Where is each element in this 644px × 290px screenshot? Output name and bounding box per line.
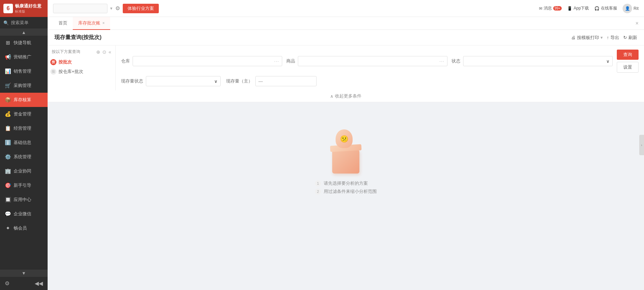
sidebar-item-label: 企业协同 [14,168,31,174]
right-collapse-handle[interactable]: › [639,135,644,155]
inventory-icon: 📦 [5,97,11,103]
add-plan-icon[interactable]: ⊕ [96,49,100,55]
print-dropdown-icon[interactable]: ▾ [600,35,603,40]
close-panel-button[interactable]: × [635,20,639,26]
status-field: 状态 ∨ [452,56,613,66]
warehouse-input[interactable]: ··· [133,56,282,66]
settings-plan-icon[interactable]: ⊙ [102,49,106,55]
status-dropdown-icon[interactable]: ∨ [606,59,610,64]
topbar-dropdown-icon[interactable]: ▾ [110,6,113,11]
sidebar-item-quick-nav[interactable]: ⊞ 快捷导航 [0,36,48,50]
sidebar-item-system[interactable]: ⚙️ 系统管理 [0,150,48,164]
topbar-settings-icon[interactable]: ⚙ [115,5,120,12]
sidebar-item-sales[interactable]: 📊 销售管理 [0,64,48,78]
collapse-plans-icon[interactable]: « [108,49,111,55]
product-dots-icon[interactable]: ··· [439,58,444,64]
settings-button[interactable]: 设置 [617,62,639,73]
tab-home[interactable]: 首页 [53,17,73,30]
online-service-label: 在线客服 [601,5,617,11]
scroll-up-button[interactable]: ▲ [0,29,48,36]
messages-group[interactable]: ✉ 消息 99+ [539,5,562,11]
app-name: 畅康通好生意 [15,3,41,9]
sidebar-item-label: 系统管理 [14,154,31,160]
app-title-block: 畅康通好生意 标准版 [15,3,41,14]
new-guide-icon: 🎯 [5,182,11,188]
app-version: 标准版 [15,9,41,14]
plan-label-by-batch: 按批次 [58,59,72,65]
system-icon: ⚙️ [5,154,11,160]
sidebar-item-label: 新手引导 [14,182,31,188]
sidebar-item-label: 营销推广 [14,54,31,60]
left-plans-header: 按以下方案查询 ⊕ ⊙ « [48,49,115,57]
tip-text-2: 用过滤条件来缩小分析范围 [324,188,377,195]
sidebar-item-marketing[interactable]: 📢 营销推广 [0,50,48,64]
purchase-icon: 🛒 [5,83,11,89]
plan-item-by-warehouse-batch[interactable]: 按 按仓库+批次 [48,67,115,76]
collapse-sidebar-icon[interactable]: ◀◀ [35,280,43,287]
collapse-more-bar[interactable]: ∧ 收起更多条件 [48,90,644,102]
operations-icon: 📋 [5,125,11,131]
sidebar-item-label: 销售管理 [14,68,31,74]
plan-item-by-batch[interactable]: 按 按批次 [48,57,115,67]
warehouse-dots-icon[interactable]: ··· [274,58,279,64]
left-plans: 按以下方案查询 ⊕ ⊙ « 按 按批次 按 按仓库+批次 [48,46,116,90]
search-menu[interactable]: 🔍 搜索菜单 [0,17,48,29]
print-icon: 🖨 [571,35,576,40]
print-button[interactable]: 🖨 按模板打印 ▾ [571,35,603,41]
tip-num-2: 2 [315,188,321,195]
experience-industry-button[interactable]: 体验行业方案 [123,4,159,13]
settings-footer-icon[interactable]: ⚙ [5,280,10,287]
sidebar-item-operations[interactable]: 📋 经营管理 [0,121,48,135]
scroll-down-button[interactable]: ▼ [0,270,48,276]
tab-close-icon[interactable]: × [102,21,105,25]
tab-inventory-batch[interactable]: 库存批次账 × [73,17,110,30]
user-profile-group[interactable]: 👤 Rit [623,4,639,13]
sidebar-item-enterprise[interactable]: 🏢 企业协同 [0,164,48,178]
sidebar-item-finance[interactable]: 💰 资金管理 [0,107,48,121]
message-icon: ✉ [539,6,542,11]
inventory-qty-input[interactable]: — [255,76,317,86]
plan-label-by-warehouse-batch: 按仓库+批次 [58,69,83,75]
sidebar-item-ent-wechat[interactable]: 💬 企业微信 [0,207,48,221]
export-icon: ↑ [607,35,609,40]
sidebar-item-app-center[interactable]: 🔲 应用中心 [0,193,48,207]
inventory-qty-dash: — [258,79,263,84]
inventory-qty-label: 现存量（主） [226,78,253,84]
messages-badge: 99+ [553,6,562,11]
app-download-group[interactable]: 📱 App下载 [567,5,589,11]
search-menu-label: 搜索菜单 [11,20,29,26]
topbar-search-input[interactable] [53,4,107,13]
inventory-status-input[interactable]: ∨ [146,76,221,86]
empty-state: 😕 1 请先选择要分析的方案 2 用过滤条件来缩小分析范围 [48,102,644,222]
online-service-group[interactable]: 🎧 在线客服 [594,5,617,11]
sidebar-item-vip[interactable]: ✦ 畅会员 [0,221,48,235]
sidebar: 6 畅康通好生意 标准版 🔍 搜索菜单 ▲ ⊞ 快捷导航 📢 营销推广 📊 销售… [0,0,48,290]
sidebar-item-label: 基础信息 [14,140,31,146]
status-input[interactable]: ∨ [463,56,613,66]
plan-icon-by-warehouse-batch: 按 [50,69,56,75]
query-button[interactable]: 查询 [617,50,639,60]
inventory-status-dropdown-icon[interactable]: ∨ [214,79,218,84]
page-title: 现存量查询(按批次) [54,34,102,41]
sidebar-item-purchase[interactable]: 🛒 采购管理 [0,78,48,93]
finance-icon: 💰 [5,111,11,117]
query-settings-buttons: 查询 设置 [617,50,639,73]
sidebar-nav: ⊞ 快捷导航 📢 营销推广 📊 销售管理 🛒 采购管理 📦 库存核算 💰 资金管… [0,36,48,270]
export-button[interactable]: ↑ 导出 [607,35,620,41]
product-field: 商品 ··· [286,56,447,66]
plan-icon-by-batch: 按 [50,59,56,65]
messages-label: 消息 [544,5,552,11]
print-label: 按模板打印 [577,35,599,41]
sidebar-item-inventory[interactable]: 📦 库存核算 [0,93,48,107]
product-input[interactable]: ··· [298,56,447,66]
refresh-button[interactable]: ↻ 刷新 [623,35,637,41]
sidebar-item-label: 资金管理 [14,111,31,117]
sidebar-item-new-guide[interactable]: 🎯 新手引导 [0,178,48,193]
page-header-actions: 🖨 按模板打印 ▾ ↑ 导出 ↻ 刷新 [571,35,638,41]
empty-box-body [332,150,359,174]
sidebar-item-basic-info[interactable]: ℹ️ 基础信息 [0,135,48,150]
empty-figure: 😕 [336,129,353,148]
headset-icon: 🎧 [594,6,599,11]
enterprise-icon: 🏢 [5,168,11,174]
user-avatar: 👤 [623,4,632,13]
